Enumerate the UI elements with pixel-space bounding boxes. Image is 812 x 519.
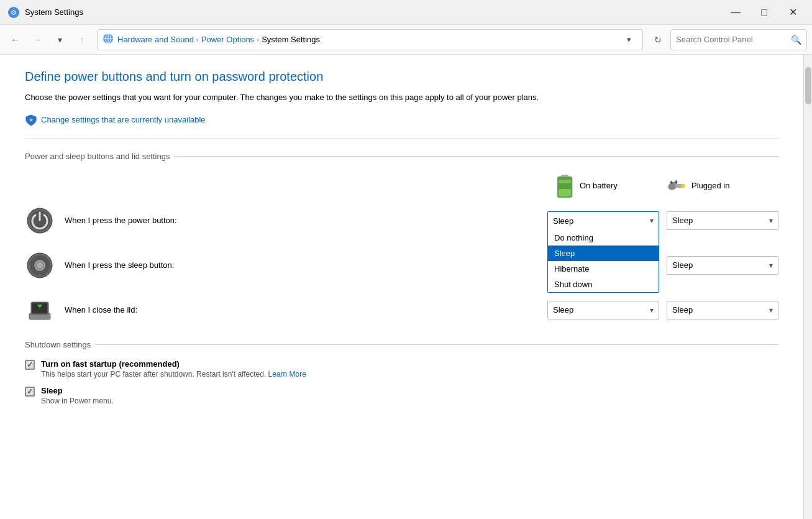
lid-battery-value: Sleep [553, 305, 573, 315]
scrollbar-thumb[interactable] [805, 67, 811, 104]
power-button-row: When I press the power button: Sleep ▾ D… [25, 206, 778, 236]
recent-button[interactable]: ▾ [50, 30, 70, 50]
svg-point-21 [37, 262, 43, 269]
power-plugged-value: Sleep [672, 216, 693, 225]
svg-text:⚙: ⚙ [11, 9, 17, 16]
columns-header: On battery Plugged in [211, 173, 778, 198]
breadcrumb-sep-2: › [257, 35, 259, 44]
power-plugged-dropdown[interactable]: Sleep ▾ [667, 211, 778, 230]
sleep-row: Sleep Show in Power menu. [25, 386, 778, 405]
window-title: System Settings [25, 7, 83, 17]
page-title: Define power buttons and turn on passwor… [25, 70, 778, 84]
sleep-plugged-dropdown[interactable]: Sleep ▾ [667, 256, 778, 275]
svg-text:★: ★ [29, 117, 34, 123]
option-do-nothing[interactable]: Do nothing [548, 230, 659, 246]
address-bar[interactable]: Hardware and Sound › Power Options › Sys… [97, 29, 643, 50]
fast-startup-content: Turn on fast startup (recommended) This … [41, 359, 306, 379]
battery-icon [555, 173, 575, 198]
power-battery-dropdown[interactable]: Sleep ▾ [547, 211, 659, 230]
lid-controls: Sleep ▾ Sleep ▾ [547, 301, 778, 319]
sleep-plugged-value: Sleep [672, 260, 693, 270]
sleep-checkbox[interactable] [25, 387, 35, 397]
sleep-button-icon [25, 250, 55, 280]
main-container: Define power buttons and turn on passwor… [0, 55, 812, 519]
power-battery-dropdown-container: Sleep ▾ Do nothing Sleep Hibernate Shut … [547, 211, 659, 230]
option-shut-down[interactable]: Shut down [548, 277, 659, 292]
fast-startup-desc: This helps start your PC faster after sh… [41, 370, 306, 379]
shutdown-section: Shutdown settings Turn on fast startup (… [25, 340, 778, 405]
power-button-icon [25, 206, 55, 236]
titlebar-left: ⚙ System Settings [7, 6, 83, 19]
sleep-icon [27, 252, 53, 278]
breadcrumb-current: System Settings [262, 35, 320, 44]
titlebar-controls: — □ ✕ [721, 3, 807, 22]
lid-row: When I close the lid: Sleep ▾ Sleep ▾ [25, 295, 778, 325]
search-icon: 🔍 [791, 35, 801, 45]
page-description: Choose the power settings that you want … [25, 91, 778, 104]
power-battery-value: Sleep [553, 216, 573, 226]
lid-icon [25, 295, 55, 325]
option-hibernate[interactable]: Hibernate [548, 261, 659, 277]
up-button[interactable]: ↑ [72, 30, 92, 50]
breadcrumb-sep-1: › [196, 35, 199, 44]
back-button[interactable]: ← [5, 30, 25, 50]
shutdown-section-label: Shutdown settings [25, 340, 778, 349]
change-settings-link[interactable]: ★ Change settings that are currently una… [25, 114, 778, 126]
option-sleep[interactable]: Sleep [548, 246, 659, 261]
dropdown-arrow-icon-2: ▾ [769, 216, 773, 225]
search-box[interactable]: 🔍 [670, 29, 807, 50]
fast-startup-checkbox[interactable] [25, 360, 35, 370]
sleep-button-row: When I press the sleep button: Sleep ▾ S… [25, 250, 778, 280]
scrollbar-track[interactable] [803, 55, 812, 519]
plugged-in-label: Plugged in [691, 181, 729, 190]
sleep-title: Sleep [41, 386, 114, 395]
shield-icon: ★ [25, 114, 37, 126]
content-area: Define power buttons and turn on passwor… [0, 55, 803, 519]
fast-startup-row: Turn on fast startup (recommended) This … [25, 359, 778, 379]
sleep-content: Sleep Show in Power menu. [41, 386, 114, 405]
lid-label: When I close the lid: [65, 305, 547, 315]
close-button[interactable]: ✕ [778, 3, 807, 22]
power-icon [27, 208, 53, 234]
power-button-controls: Sleep ▾ Do nothing Sleep Hibernate Shut … [547, 211, 778, 230]
address-chevron-button[interactable]: ▾ [620, 31, 637, 48]
refresh-button[interactable]: ↻ [648, 30, 668, 50]
svg-rect-9 [559, 189, 571, 196]
plug-icon [667, 176, 687, 196]
dropdown-arrow-icon: ▾ [650, 216, 654, 225]
dropdown-arrow-icon-5: ▾ [650, 306, 654, 315]
laptop-icon [27, 297, 53, 323]
svg-rect-10 [559, 180, 571, 183]
maximize-button[interactable]: □ [750, 3, 778, 22]
navbar: ← → ▾ ↑ Hardware and Sound › Power Optio… [0, 25, 812, 55]
power-sleep-section-label: Power and sleep buttons and lid settings [25, 152, 778, 161]
power-battery-dropdown-menu: Do nothing Sleep Hibernate Shut down [547, 230, 659, 293]
dropdown-arrow-icon-4: ▾ [769, 261, 773, 270]
app-icon: ⚙ [7, 6, 20, 19]
sleep-button-label: When I press the sleep button: [65, 260, 547, 270]
change-settings-text: Change settings that are currently unava… [41, 115, 206, 124]
fast-startup-title: Turn on fast startup (recommended) [41, 359, 306, 369]
minimize-button[interactable]: — [721, 3, 750, 22]
breadcrumb-hardware[interactable]: Hardware and Sound [117, 35, 194, 44]
search-input[interactable] [676, 35, 791, 44]
learn-more-link[interactable]: Learn More [268, 370, 306, 379]
section-divider-1 [25, 139, 778, 139]
address-icon [103, 33, 114, 46]
forward-button[interactable]: → [27, 30, 47, 50]
lid-plugged-dropdown[interactable]: Sleep ▾ [667, 301, 778, 319]
lid-plugged-value: Sleep [672, 305, 693, 315]
dropdown-arrow-icon-6: ▾ [769, 306, 773, 315]
power-button-label: When I press the power button: [65, 216, 547, 225]
on-battery-label: On battery [580, 181, 618, 190]
breadcrumb-power[interactable]: Power Options [201, 35, 254, 44]
titlebar: ⚙ System Settings — □ ✕ [0, 0, 812, 25]
on-battery-header: On battery [555, 173, 667, 198]
sleep-desc: Show in Power menu. [41, 397, 114, 405]
plugged-in-header: Plugged in [667, 173, 778, 198]
lid-battery-dropdown[interactable]: Sleep ▾ [547, 301, 659, 319]
